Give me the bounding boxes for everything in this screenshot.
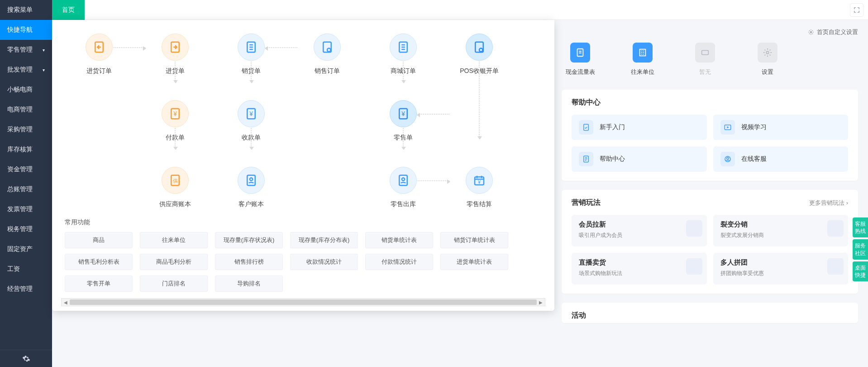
flow-row-3: 供 供应商账本 客户账本 零售出库 ¥ 零售结算 bbox=[61, 167, 545, 208]
tab-home-label: 首页 bbox=[62, 6, 75, 14]
marketing-item[interactable]: 直播卖货场景式购物新玩法 bbox=[572, 253, 707, 285]
fullscreen-button[interactable] bbox=[850, 3, 863, 17]
sidebar-item[interactable]: 固定资产 bbox=[0, 239, 52, 259]
marketing-more-link[interactable]: 更多营销玩法 › bbox=[809, 199, 848, 207]
quick-icon-label: 设置 bbox=[762, 68, 773, 76]
sidebar-item[interactable]: 电商管理 bbox=[0, 100, 52, 120]
tab-home[interactable]: 首页 bbox=[52, 0, 85, 20]
svg-point-7 bbox=[479, 48, 483, 52]
flow-node-retail-settle[interactable]: ¥ 零售结算 bbox=[441, 167, 517, 208]
sidebar-item[interactable]: 快捷导航 bbox=[0, 20, 52, 40]
flow-node-customer-ledger[interactable]: 客户账本 bbox=[213, 167, 289, 208]
flow-row-2: ¥ 付款单 ¥ 收款单 ¥ 零售单 bbox=[61, 100, 545, 142]
marketing-more-label: 更多营销玩法 bbox=[809, 199, 844, 206]
flow-arrow bbox=[403, 128, 404, 149]
flow-empty bbox=[289, 100, 365, 142]
quick-icon-label: 暂无 bbox=[699, 68, 711, 76]
marketing-item[interactable]: 多人拼团拼团购物享受优惠 bbox=[713, 253, 849, 285]
common-function-button[interactable]: 销货单统计表 bbox=[365, 232, 433, 248]
flow-arrow bbox=[251, 62, 252, 82]
common-function-button[interactable]: 进货单统计表 bbox=[440, 254, 508, 270]
dashboard-quick-icon[interactable]: 现金流量表 bbox=[563, 43, 598, 76]
flow-row-1: 进货订单 进货单 销货单 销售订单 bbox=[61, 34, 545, 75]
flow-node-sales[interactable]: 销货单 bbox=[213, 34, 289, 75]
marketing-item-title: 裂变分销 bbox=[720, 220, 841, 229]
help-item[interactable]: 在线客服 bbox=[713, 146, 849, 172]
common-function-button[interactable]: 销售毛利分析表 bbox=[65, 254, 133, 270]
common-function-button[interactable]: 现存量(库存状况表) bbox=[215, 232, 283, 248]
sidebar-item[interactable]: 工资 bbox=[0, 259, 52, 279]
svg-point-31 bbox=[726, 157, 729, 159]
home-customize-link[interactable]: 首页自定义设置 bbox=[562, 28, 858, 36]
sidebar-item-label: 采购管理 bbox=[7, 126, 33, 134]
quick-nav-popover: 进货订单 进货单 销货单 销售订单 bbox=[52, 20, 554, 311]
svg-point-19 bbox=[402, 178, 405, 180]
activity-card: 活动 bbox=[562, 303, 858, 323]
marketing-item[interactable]: 裂变分销裂变式发展分销商 bbox=[713, 215, 849, 246]
help-item[interactable]: 帮助中心 bbox=[572, 146, 707, 172]
flow-node-supplier-ledger[interactable]: 供 供应商账本 bbox=[137, 167, 213, 208]
edge-tab[interactable]: 客服热线 bbox=[853, 217, 868, 237]
placeholder-icon bbox=[695, 43, 715, 63]
help-item[interactable]: 视频学习 bbox=[713, 115, 849, 140]
common-function-button[interactable]: 商品毛利分析 bbox=[140, 254, 208, 270]
dashboard-quick-icon[interactable]: 暂无 bbox=[687, 43, 723, 76]
common-function-button[interactable]: 销货订单统计表 bbox=[440, 232, 508, 248]
flow-node-retail[interactable]: ¥ 零售单 bbox=[365, 100, 441, 142]
flow-node-mall-order[interactable]: 商城订单 bbox=[365, 34, 441, 75]
sidebar-item[interactable]: 税务管理 bbox=[0, 219, 52, 239]
common-function-button[interactable]: 往来单位 bbox=[140, 232, 208, 248]
doc-lock-icon bbox=[466, 34, 493, 61]
flow-node-purchase[interactable]: 进货单 bbox=[137, 34, 213, 75]
building-icon bbox=[633, 43, 653, 63]
sidebar-item[interactable]: 零售管理▾ bbox=[0, 40, 52, 60]
help-grid: 新手入门视频学习帮助中心在线客服 bbox=[572, 115, 848, 172]
common-function-button[interactable]: 零售开单 bbox=[65, 275, 133, 292]
flow-node-purchase-order[interactable]: 进货订单 bbox=[61, 34, 137, 75]
flow-node-receipt[interactable]: ¥ 收款单 bbox=[213, 100, 289, 142]
common-function-button[interactable]: 销售排行榜 bbox=[215, 254, 283, 270]
sidebar-search-label: 搜索菜单 bbox=[7, 6, 33, 14]
sidebar-item[interactable]: 经营管理 bbox=[0, 279, 52, 299]
common-function-button[interactable]: 导购排名 bbox=[215, 275, 283, 292]
marketing-item-deco bbox=[827, 258, 844, 275]
common-function-button[interactable]: 门店排名 bbox=[140, 275, 208, 292]
sidebar-item[interactable]: 批发管理▾ bbox=[0, 60, 52, 80]
scroll-right-icon: ▶ bbox=[537, 300, 545, 305]
dashboard-quick-icon[interactable]: 设置 bbox=[750, 43, 785, 76]
help-item[interactable]: 新手入门 bbox=[572, 115, 707, 140]
marketing-item[interactable]: 会员拉新吸引用户成为会员 bbox=[572, 215, 707, 246]
edge-tab[interactable]: 服务社区 bbox=[853, 239, 868, 259]
sidebar-item[interactable]: 采购管理 bbox=[0, 120, 52, 140]
sidebar-item[interactable]: 总账管理 bbox=[0, 179, 52, 199]
scrollbar-thumb[interactable] bbox=[70, 299, 537, 305]
sidebar-item[interactable]: 小畅电商 bbox=[0, 80, 52, 100]
help-item-label: 帮助中心 bbox=[600, 155, 625, 163]
flow-node-payment[interactable]: ¥ 付款单 bbox=[137, 100, 213, 142]
sidebar-search[interactable]: 搜索菜单 bbox=[0, 0, 52, 20]
flow-label: 供应商账本 bbox=[159, 200, 191, 208]
settle-icon: ¥ bbox=[466, 167, 493, 194]
flow-arrow bbox=[251, 128, 252, 149]
checklist-icon bbox=[390, 34, 417, 61]
common-function-button[interactable]: 付款情况统计 bbox=[365, 254, 433, 270]
sidebar-item[interactable]: 发票管理 bbox=[0, 199, 52, 219]
dashboard-quick-icon[interactable]: 往来单位 bbox=[625, 43, 660, 76]
common-functions-title: 常用功能 bbox=[65, 218, 545, 227]
sidebar-item[interactable]: 库存核算 bbox=[0, 140, 52, 159]
horizontal-scrollbar[interactable]: ◀ ▶ bbox=[61, 298, 545, 306]
help-item-icon bbox=[720, 120, 735, 135]
sidebar-settings[interactable] bbox=[0, 350, 52, 367]
edge-tab[interactable]: 桌面快捷 bbox=[853, 261, 868, 281]
flow-node-pos[interactable]: POS收银开单 bbox=[441, 34, 517, 75]
flow-empty bbox=[61, 100, 137, 142]
flow-empty bbox=[441, 100, 517, 142]
common-function-button[interactable]: 商品 bbox=[65, 232, 133, 248]
flow-node-retail-out[interactable]: 零售出库 bbox=[365, 167, 441, 208]
common-function-button[interactable]: 收款情况统计 bbox=[290, 254, 358, 270]
marketing-item-sub: 拼团购物享受优惠 bbox=[720, 270, 841, 277]
flow-empty bbox=[289, 167, 365, 208]
flow-node-sales-order[interactable]: 销售订单 bbox=[289, 34, 365, 75]
common-function-button[interactable]: 现存量(库存分布表) bbox=[290, 232, 358, 248]
sidebar-item[interactable]: 资金管理 bbox=[0, 159, 52, 179]
